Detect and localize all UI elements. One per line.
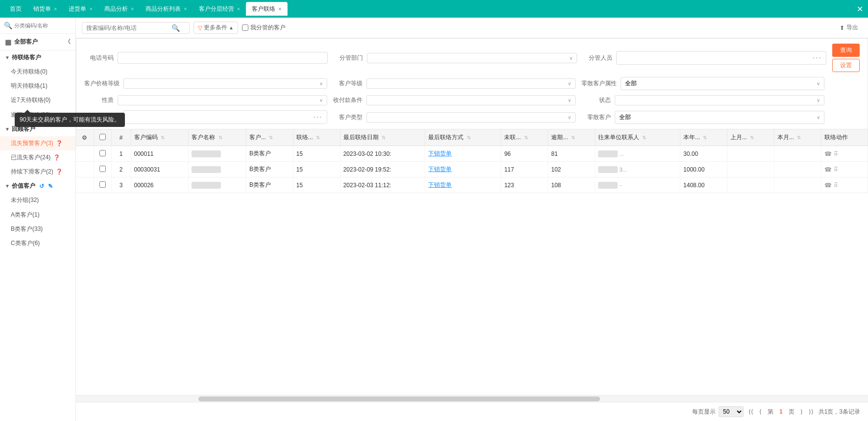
- col-settings[interactable]: ⚙: [76, 129, 94, 146]
- search-btn[interactable]: 🔍: [171, 24, 180, 32]
- close-icon[interactable]: ×: [237, 6, 240, 12]
- refresh-icon[interactable]: ↺: [39, 183, 44, 190]
- row-last-method[interactable]: 下销货单: [425, 162, 501, 177]
- close-icon[interactable]: ×: [131, 6, 134, 12]
- row-this-year: 1000.00: [680, 162, 727, 177]
- row-checkbox[interactable]: [94, 146, 111, 162]
- row-type: B类客户: [246, 146, 293, 162]
- sidebar-item-churned[interactable]: 已流失客户(24) ❓: [0, 150, 75, 165]
- more-icon[interactable]: ···: [313, 113, 322, 122]
- first-page-btn[interactable]: ⟨⟨: [747, 407, 755, 416]
- more-icon[interactable]: ···: [813, 53, 822, 62]
- scrollbar-thumb[interactable]: [198, 396, 600, 401]
- sidebar-item-tomorrow[interactable]: 明天待联络(1): [0, 79, 75, 93]
- sidebar-item-7days[interactable]: 近7天待联络(0): [0, 93, 75, 107]
- last-page-btn[interactable]: ⟩⟩: [807, 407, 816, 416]
- tab-customer-contact[interactable]: 客户联络 ×: [246, 2, 287, 16]
- filter-phone-input[interactable]: [118, 52, 328, 64]
- row-name: [189, 162, 246, 177]
- col-this-year[interactable]: 本年... ⇅: [680, 129, 727, 146]
- sidebar-group-value[interactable]: ▼ 价值客户 ↺ ✎: [0, 179, 75, 193]
- chevron-down-icon: ▲: [229, 25, 234, 30]
- filter-cust-select[interactable]: ∨: [366, 78, 576, 89]
- my-customers-checkbox-label[interactable]: 我分管的客户: [242, 24, 286, 32]
- filter-payment-select[interactable]: ∨: [366, 95, 576, 105]
- sidebar-all-customers[interactable]: ▦ 全部客户 《: [0, 34, 75, 50]
- col-this-month[interactable]: 本月... ⇅: [774, 129, 821, 146]
- col-code[interactable]: 客户编码 ⇅: [131, 129, 189, 146]
- col-type[interactable]: 客户... ⇅: [246, 129, 293, 146]
- tab-purchase[interactable]: 进货单 ×: [63, 2, 98, 16]
- action-contact-icon[interactable]: ☎: [824, 182, 832, 189]
- row-checkbox[interactable]: [94, 162, 111, 177]
- filter-scatter-select[interactable]: 全部 ∨: [621, 77, 824, 90]
- filter-price-select[interactable]: ∨: [123, 78, 327, 89]
- sidebar-item-class-b[interactable]: B类客户(33): [0, 222, 75, 236]
- col-last-contact-method[interactable]: 最后联络方式 ⇅: [425, 129, 501, 146]
- row-select-checkbox[interactable]: [99, 181, 106, 188]
- scrollbar-area[interactable]: [76, 395, 868, 402]
- col-index: #: [111, 129, 131, 146]
- sidebar-item-class-a[interactable]: A类客户(1): [0, 208, 75, 222]
- tab-analysis-list[interactable]: 商品分析列表 ×: [140, 2, 193, 16]
- filter-region-select[interactable]: ···: [123, 110, 327, 124]
- query-btn[interactable]: 查询: [832, 44, 860, 57]
- row-last-method[interactable]: 下销货单: [425, 177, 501, 193]
- sidebar-group-pending[interactable]: ▼ 待联络客户: [0, 50, 75, 65]
- col-last-month[interactable]: 上月... ⇅: [727, 129, 774, 146]
- action-contact-icon[interactable]: ☎: [824, 150, 832, 157]
- tab-analysis[interactable]: 商品分析 ×: [98, 2, 140, 16]
- sidebar-item-ungroups[interactable]: 未分组(32): [0, 193, 75, 207]
- sidebar-search[interactable]: 🔍: [0, 18, 75, 34]
- close-icon[interactable]: ×: [89, 6, 92, 12]
- col-name[interactable]: 客户名称 ⇅: [189, 129, 246, 146]
- row-action[interactable]: ☎ ⠿: [821, 146, 868, 162]
- action-more-icon[interactable]: ⠿: [834, 166, 838, 173]
- edit-icon[interactable]: ✎: [48, 183, 53, 190]
- row-checkbox[interactable]: [94, 177, 111, 193]
- filter-person-select[interactable]: ···: [616, 51, 826, 65]
- filter-scatter-val-select[interactable]: 全部 ∨: [615, 111, 824, 124]
- row-select-checkbox[interactable]: [99, 150, 106, 156]
- row-name: [189, 177, 246, 193]
- tab-customer-segment[interactable]: 客户分层经营 ×: [193, 2, 246, 16]
- prev-page-btn[interactable]: ⟨: [757, 407, 764, 416]
- search-wrap[interactable]: 🔍: [82, 22, 190, 34]
- export-btn[interactable]: ⬆ 导出: [836, 22, 862, 33]
- action-more-icon[interactable]: ⠿: [834, 182, 838, 189]
- sidebar-item-class-c[interactable]: C类客户(6): [0, 236, 75, 250]
- row-last-method[interactable]: 下销货单: [425, 146, 501, 162]
- close-icon[interactable]: ×: [278, 6, 281, 12]
- col-uncontacted[interactable]: 未联... ⇅: [501, 129, 548, 146]
- sidebar-search-input[interactable]: [14, 23, 76, 28]
- filter-cust-type-select[interactable]: ∨: [366, 112, 576, 123]
- col-last-contact-date[interactable]: 最后联络日期 ⇅: [340, 129, 425, 146]
- select-all-checkbox[interactable]: [99, 134, 106, 140]
- per-page-select[interactable]: 50 100: [719, 406, 744, 417]
- next-page-btn[interactable]: ⟩: [798, 407, 805, 416]
- my-customers-checkbox[interactable]: [242, 25, 248, 31]
- more-filter-btn[interactable]: ▽ 更多条件 ▲: [193, 22, 238, 34]
- filter-nature-select[interactable]: ∨: [118, 95, 327, 105]
- filter-dept-select[interactable]: ∨: [367, 53, 577, 63]
- sidebar-item-today[interactable]: 今天待联络(0): [0, 65, 75, 79]
- col-overdue[interactable]: 逾期... ⇅: [548, 129, 595, 146]
- close-icon[interactable]: ×: [184, 6, 187, 12]
- filter-status-select[interactable]: ∨: [615, 95, 824, 105]
- action-contact-icon[interactable]: ☎: [824, 166, 832, 173]
- row-select-checkbox[interactable]: [99, 166, 106, 172]
- col-contact[interactable]: 联络... ⇅: [293, 129, 340, 146]
- action-more-icon[interactable]: ⠿: [834, 150, 838, 157]
- col-unit-contact[interactable]: 往来单位联系人 ⇅: [595, 129, 680, 146]
- search-input[interactable]: [86, 25, 169, 31]
- settings-btn[interactable]: 设置: [832, 59, 860, 72]
- sidebar-item-declining[interactable]: 持续下滑客户(2) ❓: [0, 165, 75, 179]
- tab-home[interactable]: 首页: [4, 2, 27, 16]
- row-contact: 15: [293, 162, 340, 177]
- sidebar-item-churn-warning[interactable]: 流失预警客户(3) ❓: [0, 136, 75, 150]
- tab-sales[interactable]: 销货单 ×: [27, 2, 63, 16]
- row-action[interactable]: ☎ ⠿: [821, 162, 868, 177]
- close-icon[interactable]: ×: [54, 6, 57, 12]
- row-action[interactable]: ☎ ⠿: [821, 177, 868, 193]
- window-close-btn[interactable]: ✕: [857, 4, 863, 14]
